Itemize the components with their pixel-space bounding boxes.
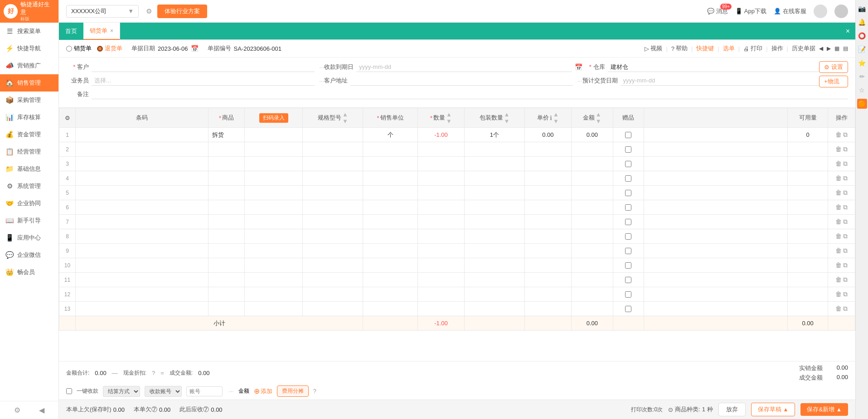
sidebar-item-inventory[interactable]: 📊 库存核算 bbox=[0, 109, 58, 126]
tab-home[interactable]: 首页 bbox=[59, 23, 83, 40]
cell-pack-qty[interactable]: 1个 bbox=[464, 128, 524, 142]
cell-price[interactable] bbox=[525, 171, 572, 186]
delete-row-icon[interactable]: 🗑 bbox=[835, 145, 842, 153]
copy-row-icon[interactable]: ⧉ bbox=[843, 174, 848, 182]
cell-amount[interactable]: 0.00 bbox=[571, 128, 613, 142]
delete-row-icon[interactable]: 🗑 bbox=[835, 131, 842, 138]
cell-pack-qty[interactable] bbox=[464, 287, 524, 302]
shortcut-btn[interactable]: 快捷键 bbox=[696, 44, 714, 53]
topbar-gear-icon[interactable]: ⚙ bbox=[146, 7, 152, 15]
payment-date-calendar-icon[interactable]: 📅 bbox=[575, 63, 582, 71]
cell-spec[interactable] bbox=[303, 142, 363, 157]
cell-spec[interactable] bbox=[303, 186, 363, 200]
cell-price[interactable] bbox=[525, 244, 572, 258]
cell-goods[interactable] bbox=[209, 171, 244, 186]
grid2-btn[interactable]: ▤ bbox=[843, 45, 848, 52]
cell-gift[interactable] bbox=[613, 229, 644, 244]
cell-quantity[interactable] bbox=[417, 302, 464, 316]
cell-barcode[interactable] bbox=[76, 215, 209, 229]
cell-unit[interactable] bbox=[363, 215, 418, 229]
sidebar-item-marketing[interactable]: 📣 营销推广 bbox=[0, 57, 58, 74]
cell-price[interactable] bbox=[525, 287, 572, 302]
save-new-button[interactable]: 保存&新增 ▲ bbox=[800, 403, 848, 416]
return-order-radio[interactable]: 退货单 bbox=[97, 44, 122, 53]
sidebar-item-system[interactable]: ⚙ 系统管理 bbox=[0, 178, 58, 195]
sidebar-item-guide[interactable]: 📖 新手引导 bbox=[0, 212, 58, 229]
cell-unit[interactable] bbox=[363, 142, 418, 157]
cell-unit[interactable] bbox=[363, 244, 418, 258]
help-btn[interactable]: ? 帮助 bbox=[671, 44, 688, 53]
cell-gift[interactable] bbox=[613, 258, 644, 273]
cell-goods[interactable] bbox=[209, 215, 244, 229]
cell-price[interactable]: 0.00 bbox=[525, 128, 572, 142]
cell-gift[interactable] bbox=[613, 171, 644, 186]
delete-row-icon[interactable]: 🗑 bbox=[835, 203, 842, 211]
delete-row-icon[interactable]: 🗑 bbox=[835, 174, 842, 182]
one-click-payment-checkbox[interactable] bbox=[66, 388, 72, 394]
copy-row-icon[interactable]: ⧉ bbox=[843, 145, 848, 153]
cell-barcode[interactable] bbox=[76, 244, 209, 258]
delete-row-icon[interactable]: 🗑 bbox=[835, 290, 842, 298]
cell-note[interactable] bbox=[644, 215, 787, 229]
setup-button[interactable]: ⚙ 设置 bbox=[819, 61, 848, 73]
sidebar-item-enterprise-wechat[interactable]: 💬 企业微信 bbox=[0, 246, 58, 264]
cell-price[interactable] bbox=[525, 273, 572, 287]
expected-date-input[interactable] bbox=[621, 76, 830, 86]
copy-row-icon[interactable]: ⧉ bbox=[843, 203, 848, 211]
cell-note[interactable] bbox=[644, 171, 787, 186]
sidebar-item-sales[interactable]: 🏠 销售管理 bbox=[0, 74, 58, 92]
cell-quantity[interactable] bbox=[417, 258, 464, 273]
cell-quantity[interactable]: -1.00 bbox=[417, 128, 464, 142]
cell-quantity[interactable] bbox=[417, 142, 464, 157]
cell-spec[interactable] bbox=[303, 171, 363, 186]
cell-barcode[interactable] bbox=[76, 229, 209, 244]
tabs-close-all-icon[interactable]: × bbox=[846, 27, 855, 35]
cell-pack-qty[interactable] bbox=[464, 157, 524, 171]
operation-btn[interactable]: 操作 bbox=[771, 44, 783, 53]
cell-goods[interactable] bbox=[209, 142, 244, 157]
cell-unit[interactable] bbox=[363, 302, 418, 316]
cell-barcode[interactable] bbox=[76, 258, 209, 273]
cell-price[interactable] bbox=[525, 186, 572, 200]
cell-pack-qty[interactable] bbox=[464, 273, 524, 287]
cell-goods[interactable] bbox=[209, 200, 244, 215]
right-panel-icon-1[interactable]: 📷 bbox=[857, 4, 867, 14]
cell-gift[interactable] bbox=[613, 302, 644, 316]
copy-row-icon[interactable]: ⧉ bbox=[843, 305, 848, 312]
cell-barcode[interactable] bbox=[76, 157, 209, 171]
cell-pack-qty[interactable] bbox=[464, 142, 524, 157]
copy-row-icon[interactable]: ⧉ bbox=[843, 131, 848, 138]
cell-pack-qty[interactable] bbox=[464, 171, 524, 186]
cell-note[interactable] bbox=[644, 200, 787, 215]
cell-gift[interactable] bbox=[613, 157, 644, 171]
cell-amount[interactable] bbox=[571, 287, 613, 302]
cell-quantity[interactable] bbox=[417, 157, 464, 171]
discard-button[interactable]: 放弃 bbox=[718, 403, 746, 416]
cell-unit[interactable] bbox=[363, 229, 418, 244]
cell-price[interactable] bbox=[525, 200, 572, 215]
logistics-button[interactable]: +物流 bbox=[819, 76, 848, 87]
copy-row-icon[interactable]: ⧉ bbox=[843, 189, 848, 196]
cell-quantity[interactable] bbox=[417, 273, 464, 287]
cell-pack-qty[interactable] bbox=[464, 244, 524, 258]
salesperson-dots[interactable]: ··· bbox=[319, 77, 324, 84]
cell-pack-qty[interactable] bbox=[464, 302, 524, 316]
delete-row-icon[interactable]: 🗑 bbox=[835, 232, 842, 240]
cell-quantity[interactable] bbox=[417, 200, 464, 215]
cell-note[interactable] bbox=[644, 142, 787, 157]
sidebar-item-search[interactable]: ☰ 搜索菜单 bbox=[0, 23, 58, 40]
cell-amount[interactable] bbox=[571, 302, 613, 316]
th-scan[interactable]: 扫码录入 bbox=[244, 108, 302, 128]
cell-gift[interactable] bbox=[613, 128, 644, 142]
cell-note[interactable] bbox=[644, 302, 787, 316]
cell-note[interactable] bbox=[644, 287, 787, 302]
sidebar-settings-icon[interactable]: ⚙ bbox=[14, 406, 20, 414]
cell-goods[interactable] bbox=[209, 273, 244, 287]
cell-note[interactable] bbox=[644, 244, 787, 258]
select-btn[interactable]: 选单 bbox=[723, 44, 735, 53]
cell-gift[interactable] bbox=[613, 287, 644, 302]
tab-close-icon[interactable]: × bbox=[110, 28, 113, 34]
sidebar-item-app-center[interactable]: 📱 应用中心 bbox=[0, 229, 58, 246]
payment-method-select[interactable]: 结算方式 bbox=[103, 386, 140, 397]
cell-gift[interactable] bbox=[613, 142, 644, 157]
